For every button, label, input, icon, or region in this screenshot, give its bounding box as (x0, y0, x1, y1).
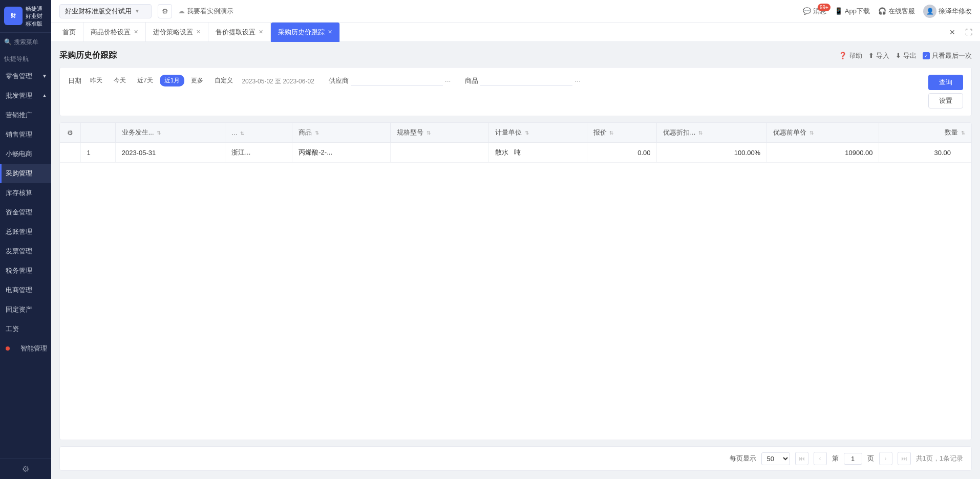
th-index (80, 123, 115, 143)
date-btn-yesterday[interactable]: 昨天 (86, 75, 107, 86)
sidebar-item-invoice[interactable]: 发票管理 (0, 242, 51, 261)
sidebar-item-tax[interactable]: 税务管理 (0, 261, 51, 280)
supplier-input[interactable] (351, 76, 443, 86)
th-goods[interactable]: 商品 ⇅ (292, 123, 391, 143)
sidebar: 财 畅捷通好业财 标准版 🔍 搜索菜单 快捷导航 零售管理 ▼ 批发管理 ▲ 营… (0, 0, 51, 479)
per-page-select[interactable]: 50 20 100 200 (761, 452, 790, 465)
supplier-dots-icon[interactable]: ··· (445, 77, 451, 85)
sidebar-item-wholesale[interactable]: 批发管理 ▲ (0, 86, 51, 105)
demo-link[interactable]: ☁ 我要看实例演示 (178, 7, 233, 16)
th-gear[interactable]: ⚙ (60, 123, 80, 143)
messages-button[interactable]: 💬 消息 99+ (803, 7, 826, 16)
page-title: 采购历史价跟踪 (59, 50, 117, 61)
main-content: 好业财标准版交付试用 ▼ ⚙ ☁ 我要看实例演示 💬 消息 99+ 📱 App下… (51, 0, 980, 479)
th-spec[interactable]: 规格型号 ⇅ (391, 123, 489, 143)
tab-sale-price[interactable]: 售价提取设置 ✕ (208, 23, 271, 42)
help-icon: ❓ (839, 52, 847, 59)
version-selector[interactable]: 好业财标准版交付试用 ▼ (59, 4, 152, 18)
only-last-checkbox[interactable]: ✓ (923, 52, 930, 59)
first-page-button[interactable]: ⏮ (795, 452, 808, 465)
th-unit-sort-icon: ⇅ (525, 130, 529, 136)
goods-dots-icon[interactable]: ··· (574, 77, 581, 85)
sidebar-item-retail[interactable]: 零售管理 ▼ (0, 67, 51, 86)
sidebar-item-smart[interactable]: 智能管理 (0, 339, 51, 358)
th-date[interactable]: 业务发生... ⇅ (115, 123, 225, 143)
data-table: ⚙ 业务发生... ⇅ ... ⇅ 商品 ⇅ (60, 123, 971, 163)
tabbar-expand-button[interactable]: ⛶ (962, 25, 976, 39)
sidebar-quicknav[interactable]: 快捷导航 (0, 52, 51, 67)
th-date-sort-icon: ⇅ (157, 130, 161, 136)
td-index: 1 (80, 143, 115, 163)
next-page-button[interactable]: › (879, 452, 892, 465)
filter-row: 日期 昨天 今天 近7天 近1月 更多 自定义 2023-05-02 至 202… (68, 75, 920, 86)
page-label: 第 (832, 454, 839, 463)
sidebar-item-finance[interactable]: 资金管理 (0, 203, 51, 222)
tab-strategy-close[interactable]: ✕ (196, 29, 201, 35)
tab-purchase-history-close[interactable]: ✕ (328, 29, 332, 35)
th-discount[interactable]: 优惠折扣... ⇅ (657, 123, 767, 143)
supplier-label: 供应商 (329, 76, 349, 85)
sidebar-item-marketing[interactable]: 营销推广 (0, 105, 51, 125)
date-btn-more[interactable]: 更多 (186, 75, 208, 86)
sidebar-item-assets[interactable]: 固定资产 (0, 300, 51, 319)
page-input[interactable] (844, 453, 862, 465)
only-last-checkbox-label[interactable]: ✓ 只看最后一次 (923, 51, 972, 60)
settings-icon[interactable]: ⚙ (22, 464, 29, 474)
filter-bar: 日期 昨天 今天 近7天 近1月 更多 自定义 2023-05-02 至 202… (59, 67, 972, 116)
sidebar-item-sales[interactable]: 销售管理 (0, 125, 51, 144)
version-arrow-icon: ▼ (135, 8, 140, 14)
th-extra-sort-icon: ⇅ (240, 130, 244, 136)
th-quantity-sort-icon: ⇅ (961, 130, 965, 136)
help-button[interactable]: ❓ 帮助 (839, 51, 862, 60)
date-btn-7days[interactable]: 近7天 (133, 75, 158, 86)
messages-icon: 💬 (803, 7, 811, 15)
tab-price[interactable]: 商品价格设置 ✕ (83, 23, 146, 42)
sidebar-item-inventory[interactable]: 库存核算 (0, 183, 51, 203)
th-extra[interactable]: ... ⇅ (225, 123, 292, 143)
td-unit: 散水 吨 (489, 143, 587, 163)
filter-settings-button[interactable]: 设置 (928, 93, 963, 108)
th-unit-price[interactable]: 优惠前单价 ⇅ (767, 123, 879, 143)
sidebar-item-ledger[interactable]: 总账管理 (0, 222, 51, 242)
date-btn-custom[interactable]: 自定义 (210, 75, 238, 86)
th-quote[interactable]: 报价 ⇅ (587, 123, 657, 143)
import-icon: ⬆ (868, 52, 874, 59)
tab-home[interactable]: 首页 (55, 23, 83, 42)
sidebar-search[interactable]: 🔍 搜索菜单 (0, 33, 51, 52)
tab-strategy[interactable]: 进价策略设置 ✕ (146, 23, 208, 42)
pagination-total: 共1页，1条记录 (916, 454, 963, 463)
app-download-button[interactable]: 📱 App下载 (835, 7, 870, 16)
online-service-button[interactable]: 🎧 在线客服 (878, 7, 915, 16)
app-icon: 📱 (835, 7, 843, 15)
export-button[interactable]: ⬇ 导出 (896, 51, 917, 60)
page-header-actions: ❓ 帮助 ⬆ 导入 ⬇ 导出 ✓ 只看最后一次 (839, 51, 972, 60)
avatar: 👤 (923, 5, 936, 18)
sidebar-item-salary[interactable]: 工资 (0, 319, 51, 339)
sidebar-menu: 零售管理 ▼ 批发管理 ▲ 营销推广 销售管理 小畅电商 采购管理 库存核算 资… (0, 67, 51, 459)
sidebar-item-ecommerce[interactable]: 电商管理 (0, 280, 51, 300)
tab-price-close[interactable]: ✕ (134, 29, 138, 35)
last-page-button[interactable]: ⏭ (898, 452, 911, 465)
import-button[interactable]: ⬆ 导入 (868, 51, 889, 60)
tab-purchase-history[interactable]: 采购历史价跟踪 ✕ (271, 23, 340, 42)
table-row: 1 2023-05-31 浙江... 丙烯酸-2-... 散水 吨 0.00 1… (60, 143, 971, 163)
tabbar-close-button[interactable]: ✕ (945, 25, 960, 39)
th-discount-sort-icon: ⇅ (698, 130, 702, 136)
goods-label: 商品 (465, 76, 478, 85)
topbar-settings-button[interactable]: ⚙ (158, 4, 172, 18)
td-quantity: 30.00 (879, 143, 971, 163)
date-btn-1month[interactable]: 近1月 (160, 75, 185, 86)
th-quantity[interactable]: 数量 ⇅ (879, 123, 971, 143)
td-spec (391, 143, 489, 163)
user-menu[interactable]: 👤 徐泽华修改 (923, 5, 972, 18)
sidebar-item-purchase[interactable]: 采购管理 (0, 164, 51, 183)
prev-page-button[interactable]: ‹ (814, 452, 827, 465)
goods-input[interactable] (480, 76, 572, 86)
date-btn-today[interactable]: 今天 (109, 75, 131, 86)
per-page-label: 每页显示 (730, 454, 756, 463)
smart-dot-icon (6, 346, 10, 351)
query-button[interactable]: 查询 (928, 75, 963, 90)
tab-sale-price-close[interactable]: ✕ (259, 29, 263, 35)
th-unit[interactable]: 计量单位 ⇅ (489, 123, 587, 143)
sidebar-item-ecommerce-small[interactable]: 小畅电商 (0, 144, 51, 164)
